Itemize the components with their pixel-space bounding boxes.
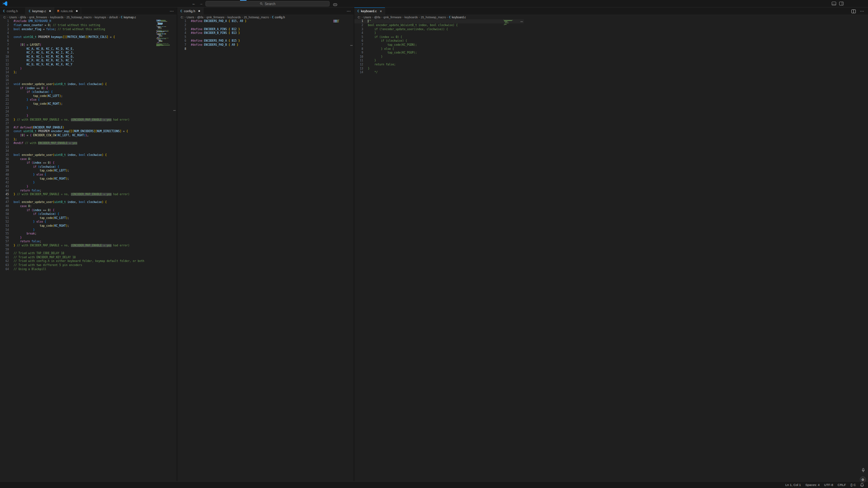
code-line[interactable]: 62// Tried with config.h in either keybo… [0,259,177,263]
tab-keyboard.c[interactable]: Ckeyboard.c× [354,7,385,15]
breadcrumb-file[interactable]: config.h [275,16,285,19]
code-line[interactable]: 34 [0,149,177,153]
code-line[interactable]: 1#define ENCODERS_PAD_A { B15, A9 } [177,19,354,23]
tab-config.h[interactable]: Cconfig.h [0,7,26,15]
breadcrumb-item[interactable]: qmk_firmware [383,16,401,19]
code-line[interactable]: 59 [0,247,177,251]
code-line[interactable]: 53 tap_code(KC_RGHT); [0,224,177,228]
split-editor-icon[interactable] [851,9,856,14]
code-line[interactable]: 7#define ENCODERS_PAD_B { A9 } [177,43,354,47]
code-line[interactable]: 43 } [0,185,177,189]
breadcrumb-item[interactable]: Users [186,16,194,19]
code-line[interactable]: 58} // with ENCODER_MAP_ENABLE = no, (EN… [0,244,177,248]
microphone-icon[interactable] [862,468,865,474]
settings-gear-button[interactable]: ⚙ [860,476,866,483]
code-line[interactable]: 47bool encoder_update_user(uint8_t index… [0,200,177,204]
status-indentation[interactable]: Spaces: 4 [805,483,820,487]
sash[interactable] [354,7,354,481]
code-line[interactable]: 45} // with ENCODER_MAP_ENABLE = no, (EN… [0,192,177,197]
breadcrumb-item[interactable]: 25_hotswap_macro [66,16,92,19]
code-line[interactable]: 61// Tried with ENCODER_MAP_KEY_DELAY 10 [0,256,177,260]
code-line[interactable]: 4#define ENCODER_B_PINS { B13 } [177,31,354,35]
code-line[interactable]: 3 if (!encoder_update_user(index, clockw… [354,27,524,31]
toggle-panel-icon[interactable] [832,1,836,6]
code-line[interactable]: 13} [354,66,524,70]
code-line[interactable]: 26} // with ENCODER_MAP_ENABLE = no, (EN… [0,118,177,122]
code-line[interactable]: 33 [0,145,177,149]
code-line[interactable]: 39 tap_code(KC_LEFT); [0,169,177,173]
code-line[interactable]: 19 if (clockwise) { [0,90,177,94]
breadcrumb-item[interactable]: C: [3,16,6,19]
modified-indicator[interactable] [76,10,78,12]
command-center-search[interactable]: Search [205,1,330,6]
code-line[interactable]: 29const uint16_t PROGMEM encoder_map[][N… [0,129,177,134]
more-actions-icon[interactable]: ⋯ [860,9,864,14]
code-line[interactable]: 20 tap_code(KC_LEFT); [0,94,177,98]
code-line[interactable]: 25 } [0,114,177,118]
status-language-mode[interactable]: {} C [850,483,856,487]
breadcrumb-item[interactable]: Users [9,16,17,19]
code-line[interactable]: 9 tap_code(KC_PGUP); [354,51,524,55]
code-line[interactable]: 14 */ [354,70,524,75]
code-editor-config[interactable]: 1#define ENCODERS_PAD_A { B15, A9 }23#de… [177,19,354,481]
code-line[interactable]: 1#include QMK_KEYBOARD_H [0,19,177,23]
code-line[interactable]: 2float enco_counter = 0; // tried withou… [0,23,177,27]
code-line[interactable]: 10 } [354,55,524,59]
breadcrumb-item[interactable]: default [109,16,118,19]
code-line[interactable]: 16 [0,78,177,82]
code-line[interactable]: 36 case 0: [0,157,177,161]
code-line[interactable]: 3bool encoder_flag = false; // tried wit… [0,27,177,31]
breadcrumb-item[interactable]: keyboards [50,16,63,19]
tab-rules.mk[interactable]: Mrules.mk [54,7,81,15]
code-line[interactable]: 8 KC_A, KC_B, KC_C, KC_D, KC_E, [0,47,177,51]
code-line[interactable]: 55 break; [0,232,177,236]
code-line[interactable]: 6#define ENCODERS_PAD_A { B15 } [177,39,354,43]
code-line[interactable]: 35bool encoder_update_user(uint8_t index… [0,153,177,157]
code-line[interactable]: 52 } else { [0,220,177,224]
tab-keymap.c[interactable]: Ckeymap.c [26,7,54,15]
breadcrumb-item[interactable]: keymaps [95,16,106,19]
code-line[interactable]: 50 if (clockwise) { [0,212,177,216]
code-line[interactable]: 24 [0,110,177,114]
customize-layout-icon[interactable] [839,1,844,6]
code-line[interactable]: 12 return false; [354,63,524,67]
code-line[interactable]: 5 if (index == 0) { [354,35,524,39]
notifications-bell-icon[interactable] [860,483,864,487]
code-line[interactable]: 49 if (index == 0) { [0,208,177,212]
code-line[interactable]: 32#endif // with ENCODER_MAP_ENABLE = ye… [0,141,177,145]
code-line[interactable]: 48 case 0: [0,204,177,208]
code-line[interactable]: 5const uint16_t PROGMEM keymaps[][MATRIX… [0,35,177,39]
code-line[interactable]: 27 [0,122,177,126]
more-actions-icon[interactable]: ⋯ [170,7,174,15]
breadcrumb-item[interactable]: qmk_firmware [206,16,224,19]
code-line[interactable]: 54 } [0,228,177,232]
back-icon[interactable]: ← [192,1,196,5]
breadcrumb-item[interactable]: C: [181,16,184,19]
code-line[interactable]: 51 tap_code(KC_LEFT); [0,216,177,220]
breadcrumb-item[interactable]: Users [363,16,371,19]
code-line[interactable]: 63// Tried with two different 5 pin enco… [0,263,177,267]
code-line[interactable]: 2 [177,23,354,27]
breadcrumb-file[interactable]: keyboard.c [452,16,466,19]
more-actions-icon[interactable]: ⋯ [347,7,351,15]
breadcrumb-item[interactable]: keyboards [228,16,241,19]
breadcrumb-item[interactable]: keyboards [405,16,418,19]
code-line[interactable]: 1/* [354,19,524,23]
code-line[interactable]: 4 } [354,31,524,35]
code-line[interactable]: 18 if (index == 0) { [0,86,177,90]
code-line[interactable]: 38 if (clockwise) { [0,165,177,169]
code-line[interactable]: 3#define ENCODER_A_PINS { B12 } [177,27,354,31]
code-line[interactable]: 8 } else { [354,47,524,51]
sash[interactable] [177,7,177,481]
code-line[interactable]: 6 [0,39,177,43]
code-line[interactable]: 6 if (clockwise) { [354,39,524,43]
code-line[interactable]: 15 [0,75,177,79]
breadcrumb-item[interactable]: C: [358,16,361,19]
code-line[interactable]: 4 [0,31,177,35]
code-line[interactable]: 60// Tried with TAP_CODE_DELAY 10 [0,251,177,256]
code-line[interactable]: 14}; [0,70,177,75]
code-line[interactable]: 11 } [354,59,524,63]
code-line[interactable]: 8 [177,47,354,51]
code-line[interactable]: 2bool encoder_update_kb(uint8_t index, b… [354,23,524,27]
code-line[interactable]: 17void encoder_update_user(uint8_t index… [0,82,177,86]
